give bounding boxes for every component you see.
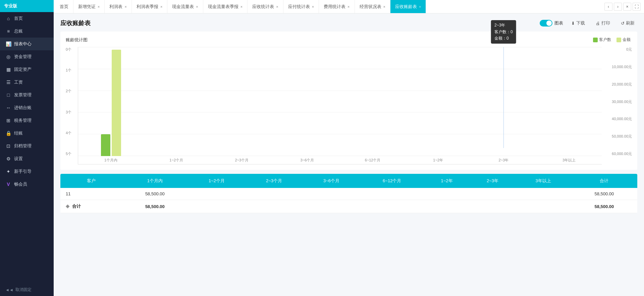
sidebar-label-archive: 归档管理 bbox=[14, 143, 32, 149]
bar-group-4[interactable] bbox=[340, 47, 406, 156]
x-label-7: 3年以上 bbox=[536, 156, 602, 164]
tab-expense-stat[interactable]: 费用统计表 × bbox=[319, 0, 355, 13]
chart-inner: 5个 4个 3个 2个 1个 0个 bbox=[66, 47, 632, 164]
row-col5 bbox=[360, 188, 424, 200]
col-header-3y-plus: 3年以上 bbox=[516, 174, 571, 188]
tab-profit-close[interactable]: × bbox=[124, 5, 126, 9]
sidebar-item-invoice[interactable]: □ 发票管理 bbox=[0, 89, 54, 101]
report-icon: 📊 bbox=[5, 41, 11, 47]
tab-home[interactable]: 首页 bbox=[55, 0, 73, 13]
sidebar-item-purchase[interactable]: ↔ 进销台账 bbox=[0, 101, 54, 114]
col-header-2-3y: 2~3年 bbox=[470, 174, 515, 188]
sidebar-item-closing[interactable]: 🔒 结账 bbox=[0, 127, 54, 140]
tab-maximize-button[interactable]: ⛶ bbox=[633, 3, 641, 11]
download-button[interactable]: ⬇ 下载 bbox=[569, 19, 588, 28]
row-col3 bbox=[245, 188, 303, 200]
sidebar-item-asset[interactable]: ▦ 固定资产 bbox=[0, 63, 54, 76]
bar-group-0[interactable] bbox=[78, 47, 144, 156]
total-col3 bbox=[245, 200, 303, 213]
table-row: 11 58,500.00 58,500.00 bbox=[60, 188, 637, 200]
chart-card: 账龄统计图 客户数 金额 5个 4个 3个 bbox=[60, 32, 637, 170]
sidebar-item-fund[interactable]: ◎ 资金管理 bbox=[0, 50, 54, 63]
tab-cashflow-close[interactable]: × bbox=[196, 5, 198, 9]
sidebar-label-ledger: 总账 bbox=[14, 28, 23, 34]
sidebar-label-guide: 新手引导 bbox=[14, 168, 32, 175]
asset-icon: ▦ bbox=[5, 67, 11, 72]
tab-cashflow-quarterly[interactable]: 现金流量表季报 × bbox=[203, 0, 248, 13]
sidebar-label-settings: 设置 bbox=[14, 156, 23, 162]
chart-toggle[interactable] bbox=[540, 20, 552, 27]
bar-group-6[interactable]: 2~3年 客户数：0 金额：0 bbox=[471, 47, 536, 156]
tab-voucher[interactable]: 新增凭证 × bbox=[73, 0, 105, 13]
chart-toggle-wrap: 图表 bbox=[540, 20, 563, 27]
tooltip-category: 2~3年 bbox=[494, 22, 513, 29]
total-col2 bbox=[188, 200, 245, 213]
tab-payable-stat[interactable]: 应付统计表 × bbox=[283, 0, 319, 13]
page-header: 应收账龄表 图表 ⬇ 下载 🖨 打印 ↺ 刷新 bbox=[60, 19, 637, 28]
row-col8 bbox=[516, 188, 571, 200]
refresh-button[interactable]: ↺ 刷新 bbox=[618, 19, 637, 28]
tab-voucher-close[interactable]: × bbox=[98, 5, 100, 9]
tab-payable-stat-close[interactable]: × bbox=[312, 5, 314, 9]
x-label-2: 2~3个月 bbox=[209, 156, 274, 164]
x-label-4: 6~12个月 bbox=[340, 156, 406, 164]
bar-group-2[interactable] bbox=[209, 47, 274, 156]
sidebar-item-vip[interactable]: V 畅会员 bbox=[0, 178, 54, 191]
download-icon: ⬇ bbox=[571, 21, 575, 26]
row-col6 bbox=[424, 188, 470, 200]
tab-receivable-stat-label: 应收统计表 bbox=[252, 4, 274, 10]
sidebar-item-ledger[interactable]: ≡ 总账 bbox=[0, 25, 54, 38]
sidebar-item-tax[interactable]: ⊞ 税务管理 bbox=[0, 114, 54, 127]
bar-group-5[interactable] bbox=[406, 47, 471, 156]
bar-group-7[interactable] bbox=[536, 47, 602, 156]
tab-aging-close[interactable]: × bbox=[419, 5, 421, 9]
tab-cashflow-quarterly-close[interactable]: × bbox=[240, 5, 243, 9]
chart-legend: 客户数 金额 bbox=[593, 37, 631, 43]
sidebar-item-salary[interactable]: ☰ 工资 bbox=[0, 76, 54, 89]
tab-cashflow-label: 现金流量表 bbox=[172, 4, 194, 10]
col-header-customer: 客户 bbox=[60, 174, 122, 188]
print-button[interactable]: 🖨 打印 bbox=[593, 19, 613, 28]
tab-bar: 首页 新增凭证 × 利润表 × 利润表季报 × 现金流量表 × 现金流量表季报 … bbox=[54, 0, 644, 13]
tab-receivable-stat-close[interactable]: × bbox=[276, 5, 278, 9]
tab-expense-stat-close[interactable]: × bbox=[347, 5, 350, 9]
sidebar-item-report[interactable]: 📊 报表中心 bbox=[0, 38, 54, 50]
table-header-row: 客户 1个月内 1~2个月 2~3个月 3~6个月 6~12个月 1~2年 2~… bbox=[60, 174, 637, 188]
tab-operation-stat-close[interactable]: × bbox=[383, 5, 385, 9]
bar-group-1[interactable] bbox=[144, 47, 209, 156]
bar-group-3[interactable] bbox=[274, 47, 340, 156]
x-label-1: 1~2个月 bbox=[144, 156, 209, 164]
tab-next-button[interactable]: › bbox=[614, 3, 622, 11]
total-total: 58,500.00 bbox=[571, 200, 637, 213]
sidebar-item-settings[interactable]: ⚙ 设置 bbox=[0, 152, 54, 165]
sidebar-item-home[interactable]: ⌂ 首页 bbox=[0, 12, 54, 25]
vip-icon: V bbox=[5, 182, 11, 187]
sidebar-label-vip: 畅会员 bbox=[14, 181, 27, 187]
sidebar-label-asset: 固定资产 bbox=[14, 66, 32, 72]
tab-prev-button[interactable]: ‹ bbox=[604, 3, 612, 11]
bars-area: 2~3年 客户数：0 金额：0 bbox=[78, 47, 602, 156]
tab-profit[interactable]: 利润表 × bbox=[105, 0, 131, 13]
fund-icon: ◎ bbox=[5, 54, 11, 59]
sidebar-label-tax: 税务管理 bbox=[14, 117, 32, 124]
tab-receivable-stat[interactable]: 应收统计表 × bbox=[248, 0, 283, 13]
sidebar-item-archive[interactable]: ⊡ 归档管理 bbox=[0, 140, 54, 152]
row-col2 bbox=[188, 188, 245, 200]
unpin-icon: ◄◄ bbox=[5, 288, 13, 292]
row-customer: 11 bbox=[60, 188, 122, 200]
tab-cashflow[interactable]: 现金流量表 × bbox=[167, 0, 203, 13]
tab-profit-quarterly-close[interactable]: × bbox=[160, 5, 162, 9]
tab-close-all-button[interactable]: × bbox=[623, 3, 631, 11]
sidebar: 专业版 ⌂ 首页 ≡ 总账 📊 报表中心 ◎ 资金管理 ▦ 固定资产 ☰ 工资 … bbox=[0, 0, 54, 296]
data-table: 客户 1个月内 1~2个月 2~3个月 3~6个月 6~12个月 1~2年 2~… bbox=[60, 174, 637, 213]
sidebar-label-closing: 结账 bbox=[14, 130, 23, 136]
sidebar-unpin-button[interactable]: ◄◄ 取消固定 bbox=[0, 284, 54, 296]
tab-aging[interactable]: 应收账龄表 × bbox=[390, 0, 426, 13]
tab-operation-stat[interactable]: 经营状况表 × bbox=[355, 0, 390, 13]
sidebar-item-guide[interactable]: ✦ 新手引导 bbox=[0, 165, 54, 178]
col-header-1-2y: 1~2年 bbox=[424, 174, 470, 188]
tab-profit-quarterly[interactable]: 利润表季报 × bbox=[132, 0, 167, 13]
chart-plot: 2~3年 客户数：0 金额：0 bbox=[78, 47, 602, 164]
row-total: 58,500.00 bbox=[571, 188, 637, 200]
sidebar-label-fund: 资金管理 bbox=[14, 54, 32, 60]
